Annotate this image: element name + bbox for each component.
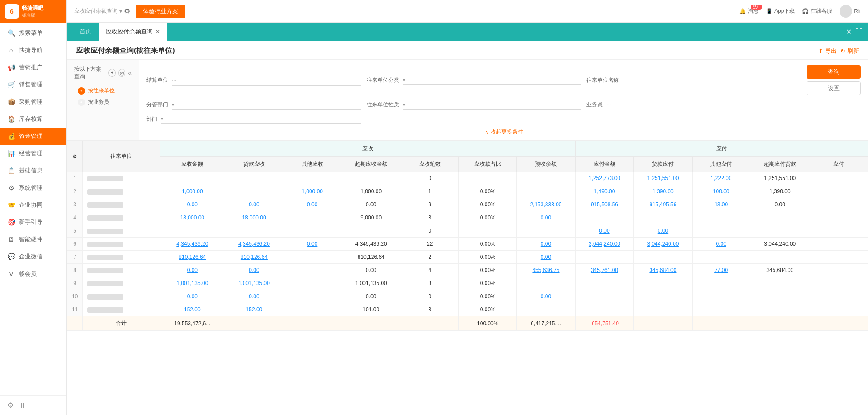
table-cell[interactable]: 0.00 [517, 290, 575, 303]
export-button[interactable]: ⬆ 导出 [818, 47, 837, 55]
table-cell[interactable]: 1,390.00 [634, 185, 692, 198]
col-其他应付: 其他应付 [692, 157, 750, 172]
filter-scheme-by-salesman[interactable]: ✦ 按业务员 [74, 96, 132, 108]
filter-input-dept[interactable]: ▾ [161, 114, 361, 124]
sidebar-collapse-icon[interactable]: ⏸ [19, 401, 26, 410]
topbar-dropdown-icon[interactable]: ▾ [119, 8, 122, 14]
table-cell[interactable]: 18,000.00 [225, 211, 283, 224]
table-cell [83, 211, 160, 224]
filter-input-partner-name[interactable] [623, 78, 801, 82]
table-cell[interactable]: 152.00 [160, 303, 225, 316]
table-cell[interactable]: 0.00 [160, 198, 225, 211]
table-settings-col[interactable]: ⚙ [67, 141, 83, 172]
table-cell[interactable]: 0.00 [283, 198, 341, 211]
table-cell[interactable]: 77.00 [692, 264, 750, 277]
collapse-more-btn[interactable]: ∧ 收起更多条件 [146, 125, 861, 138]
table-cell[interactable]: 100.00 [692, 185, 750, 198]
filter-input-dept-manager[interactable]: ▾ [172, 100, 361, 110]
table-cell[interactable]: 0.00 [575, 224, 633, 238]
table-cell[interactable]: 0.00 [225, 290, 283, 303]
filter-input-partner-category[interactable]: ▾ [403, 76, 581, 85]
table-cell[interactable]: 1,222.00 [692, 172, 750, 185]
online-service-item[interactable]: 🎧 在线客服 [802, 7, 832, 15]
table-cell[interactable]: 0.00 [517, 238, 575, 251]
filter-scheme-settings-btn[interactable]: ◎ [118, 69, 125, 77]
sidebar-item-quick-nav[interactable]: ⌂快捷导航 [0, 42, 66, 59]
table-cell[interactable]: 152.00 [225, 303, 283, 316]
notification-icon: 🔔 [739, 8, 746, 14]
tab-ar-balance[interactable]: 应收应付余额查询 ✕ [99, 23, 167, 41]
table-cell[interactable]: 3,044,240.00 [634, 238, 692, 251]
table-cell[interactable]: 0.00 [517, 211, 575, 224]
sidebar-item-sales[interactable]: 🛒销售管理 [0, 76, 66, 93]
table-cell[interactable]: 345,684.00 [634, 264, 692, 277]
table-cell: 0.00 [341, 264, 401, 277]
table-cell[interactable]: 3,044,240.00 [575, 238, 633, 251]
table-cell: 0.00% [459, 290, 517, 303]
table-cell[interactable]: 1,001,135.00 [225, 277, 283, 290]
table-cell [517, 172, 575, 185]
sidebar-item-finance[interactable]: 💰资金管理 [0, 128, 66, 145]
table-cell[interactable]: 1,490.00 [575, 185, 633, 198]
app-download-item[interactable]: 📱 App下载 [766, 7, 795, 15]
table-cell[interactable]: 0.00 [160, 290, 225, 303]
sidebar-item-member[interactable]: V畅会员 [0, 265, 66, 282]
filter-add-btn[interactable]: + [108, 69, 115, 77]
tab-close-icon[interactable]: ✕ [156, 29, 160, 35]
sidebar-settings-icon[interactable]: ⚙ [7, 401, 14, 410]
refresh-button[interactable]: ↻ 刷新 [840, 47, 859, 55]
filter-input-salesman[interactable]: ··· [606, 100, 801, 110]
table-cell[interactable]: 915,508.56 [575, 198, 633, 211]
sidebar-item-operation[interactable]: 📊经营管理 [0, 145, 66, 162]
table-cell[interactable]: 0.00 [692, 238, 750, 251]
table-cell[interactable]: 345,761.00 [575, 264, 633, 277]
sidebar-item-system[interactable]: ⚙系统管理 [0, 179, 66, 196]
sidebar-item-enterprise-collab[interactable]: 🤝企业协同 [0, 196, 66, 214]
table-cell[interactable]: 4,345,436.20 [160, 238, 225, 251]
table-cell[interactable]: 1,001,135.00 [160, 277, 225, 290]
window-close-icon[interactable]: ✕ [846, 28, 852, 36]
notification-item[interactable]: 🔔 消息 99+ [739, 7, 759, 15]
table-cell[interactable]: 4,345,436.20 [225, 238, 283, 251]
tab-home[interactable]: 首页 [72, 23, 99, 41]
table-cell[interactable]: 2,153,333.00 [517, 198, 575, 211]
table-cell[interactable]: 1,000.00 [160, 185, 225, 198]
table-cell[interactable]: 0.00 [225, 264, 283, 277]
table-cell[interactable]: 915,495.56 [634, 198, 692, 211]
user-item[interactable]: Rit [840, 5, 861, 18]
filter-scheme-by-partner[interactable]: ✦ 按往来单位 [74, 85, 132, 96]
table-cell[interactable]: 1,252,773.00 [575, 172, 633, 185]
filter-input-settlement[interactable]: ··· [172, 75, 361, 86]
sidebar-item-smart-hardware[interactable]: 🖥智能硬件 [0, 231, 66, 248]
filter-collapse-left-btn[interactable]: « [128, 69, 132, 76]
table-cell[interactable]: 0.00 [225, 198, 283, 211]
filter-scheme-panel: 按以下方案查询 + ◎ « ✦ 按往来单位 ✦ 按业务员 [67, 60, 139, 140]
table-cell[interactable]: 0.00 [517, 251, 575, 264]
sidebar-item-beginner[interactable]: 🎯新手引导 [0, 214, 66, 231]
table-cell[interactable]: 0.00 [160, 264, 225, 277]
table-cell[interactable]: 18,000.00 [160, 211, 225, 224]
query-button[interactable]: 查询 [807, 65, 861, 79]
table-cell[interactable]: 810,126.64 [160, 251, 225, 264]
sidebar-item-purchase[interactable]: 📦采购管理 [0, 93, 66, 110]
table-cell[interactable]: 1,251,551.00 [634, 172, 692, 185]
table-cell [575, 290, 633, 303]
sidebar-item-marketing[interactable]: 📢营销推广 [0, 59, 66, 76]
setting-button[interactable]: 设置 [807, 81, 861, 95]
topbar-gear-icon[interactable]: ⚙ [124, 7, 130, 15]
sidebar-item-basic-info[interactable]: 📋基础信息 [0, 162, 66, 179]
window-expand-icon[interactable]: ⛶ [855, 28, 863, 36]
table-cell[interactable]: 0.00 [283, 238, 341, 251]
sidebar-item-enterprise-wechat[interactable]: 💬企业微信 [0, 248, 66, 265]
table-cell[interactable]: 13.00 [692, 198, 750, 211]
promo-button[interactable]: 体验行业方案 [136, 5, 185, 18]
table-cell [341, 224, 401, 238]
table-cell[interactable]: 655,636.75 [517, 264, 575, 277]
table-cell[interactable]: 0.00 [634, 224, 692, 238]
table-cell[interactable]: 1,000.00 [283, 185, 341, 198]
sidebar-item-inventory[interactable]: 🏠库存核算 [0, 110, 66, 128]
sidebar-item-search-menu[interactable]: 🔍搜索菜单 [0, 24, 66, 42]
table-cell[interactable]: 810,126.64 [225, 251, 283, 264]
filter-input-partner-nature[interactable]: ▾ [403, 100, 581, 110]
total-cell [341, 316, 401, 331]
